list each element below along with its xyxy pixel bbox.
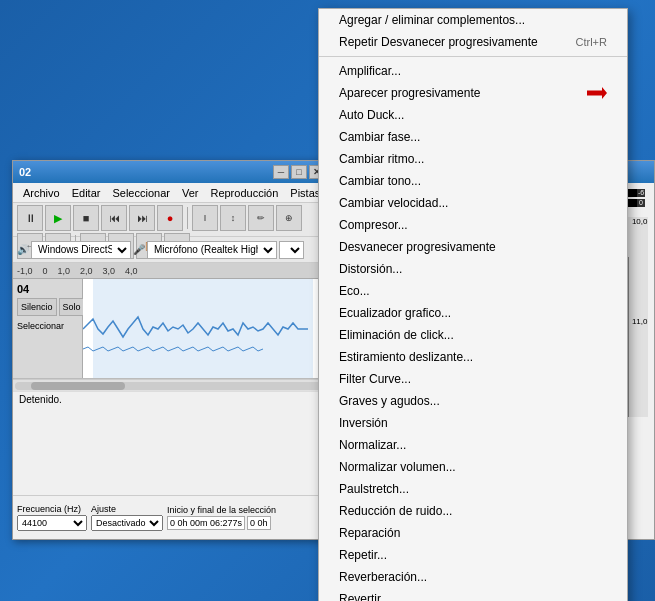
ctx-reverberacion[interactable]: Reverberación... — [319, 566, 627, 588]
time-start: 0 0h 00m 06:277s — [167, 516, 245, 530]
ctx-cambiar-tono[interactable]: Cambiar tono... — [319, 170, 627, 192]
horizontal-scrollbar[interactable] — [13, 379, 331, 391]
track-area: 04 Silencio Solo Seleccionar — [13, 279, 331, 379]
ctx-ecualizador[interactable]: Ecualizador grafico... — [319, 302, 627, 324]
time-end: 0 0h — [247, 516, 271, 530]
ctx-normalizar[interactable]: Normalizar... — [319, 434, 627, 456]
bottom-status: Detenido. — [13, 391, 331, 407]
transport-toolbar: ⏸ ▶ ■ ⏮ ⏭ ● I ↕ ✏ ⊕ ↔ ✶ ✂ ⿻ 📋 ⊡ — [13, 203, 331, 237]
menu-ver[interactable]: Ver — [176, 185, 205, 201]
channels-select[interactable]: 2 — [279, 241, 304, 259]
stop-button[interactable]: ■ — [73, 205, 99, 231]
status-text: Detenido. — [19, 394, 62, 405]
ctx-eliminacion-click[interactable]: Eliminación de click... — [319, 324, 627, 346]
ctx-compresor[interactable]: Compresor... — [319, 214, 627, 236]
output-device-select[interactable]: Windows DirectSou — [31, 241, 131, 259]
zoom-tool[interactable]: ⊕ — [276, 205, 302, 231]
ctx-cambiar-velocidad[interactable]: Cambiar velocidad... — [319, 192, 627, 214]
mic-icon: 🎤 — [133, 244, 145, 255]
ctx-revertir[interactable]: Revertir — [319, 588, 627, 601]
menu-archivo[interactable]: Archivo — [17, 185, 66, 201]
maximize-button[interactable]: □ — [291, 165, 307, 179]
audacity-window: 02 ─ □ ✕ Archivo Editar Seleccionar Ver … — [12, 160, 332, 540]
menu-seleccionar[interactable]: Seleccionar — [106, 185, 175, 201]
output-icon: 🔊 — [17, 244, 29, 255]
ctx-reparacion[interactable]: Reparación — [319, 522, 627, 544]
solo-button[interactable]: Solo — [59, 298, 85, 316]
skip-forward-button[interactable]: ⏭ — [129, 205, 155, 231]
ctx-repetir[interactable]: Repetir... — [319, 544, 627, 566]
minimize-button[interactable]: ─ — [273, 165, 289, 179]
waveform-svg — [83, 279, 331, 378]
selection-label: Inicio y final de la selección — [167, 505, 327, 515]
track-content — [83, 279, 331, 378]
track-label: 04 Silencio Solo Seleccionar — [13, 279, 83, 378]
ctx-repetir-desvanecer[interactable]: Repetir Desvanecer progresivamente Ctrl+… — [319, 31, 627, 53]
ctx-eco[interactable]: Eco... — [319, 280, 627, 302]
track-name: 04 — [17, 283, 78, 295]
ctx-amplificar[interactable]: Amplificar... — [319, 60, 627, 82]
ctx-agregar-complementos[interactable]: Agregar / eliminar complementos... — [319, 9, 627, 31]
separator-1 — [319, 56, 627, 57]
toolbar-divider-1 — [187, 207, 188, 229]
skip-back-button[interactable]: ⏮ — [101, 205, 127, 231]
window-title: 02 — [19, 166, 273, 178]
ctx-reduccion-ruido[interactable]: Reducción de ruido... — [319, 500, 627, 522]
shortcut-ctrl-r: Ctrl+R — [576, 36, 607, 48]
ctx-inversion[interactable]: Inversión — [319, 412, 627, 434]
select-tool[interactable]: I — [192, 205, 218, 231]
ctx-cambiar-ritmo[interactable]: Cambiar ritmo... — [319, 148, 627, 170]
status-bar: Frecuencia (Hz) 44100 Ajuste Desactivado… — [13, 495, 331, 539]
mute-button[interactable]: Silencio — [17, 298, 57, 316]
time-ruler: -1,0 0 1,0 2,0 3,0 4,0 — [13, 263, 331, 279]
ctx-distorsion[interactable]: Distorsión... — [319, 258, 627, 280]
ctx-auto-duck[interactable]: Auto Duck... — [319, 104, 627, 126]
input-device-select[interactable]: Micrófono (Realtek High Definition Audio… — [147, 241, 277, 259]
red-arrow-icon — [587, 87, 607, 99]
device-toolbar: 🔊 Windows DirectSou 🎤 Micrófono (Realtek… — [13, 237, 331, 263]
ctx-filter-curve[interactable]: Filter Curve... — [319, 368, 627, 390]
adjust-select[interactable]: Desactivado — [91, 515, 163, 531]
play-button[interactable]: ▶ — [45, 205, 71, 231]
ruler-label: -1,0 0 1,0 2,0 3,0 4,0 — [17, 266, 138, 276]
window-titlebar: 02 ─ □ ✕ — [13, 161, 331, 183]
adjust-label: Ajuste — [91, 504, 163, 514]
pause-button[interactable]: ⏸ — [17, 205, 43, 231]
ctx-paulstretch[interactable]: Paulstretch... — [319, 478, 627, 500]
menu-bar: Archivo Editar Seleccionar Ver Reproducc… — [13, 183, 331, 203]
ctx-desvanecer[interactable]: Desvanecer progresivamente — [319, 236, 627, 258]
frequency-select[interactable]: 44100 — [17, 515, 87, 531]
ctx-aparecer[interactable]: Aparecer progresivamente — [319, 82, 627, 104]
ctx-graves-agudos[interactable]: Graves y agudos... — [319, 390, 627, 412]
ctx-cambiar-fase[interactable]: Cambiar fase... — [319, 126, 627, 148]
menu-editar[interactable]: Editar — [66, 185, 107, 201]
ctx-estiramiento[interactable]: Estiramiento deslizante... — [319, 346, 627, 368]
freq-label: Frecuencia (Hz) — [17, 504, 87, 514]
menu-reproduccion[interactable]: Reproducción — [204, 185, 284, 201]
draw-tool[interactable]: ✏ — [248, 205, 274, 231]
select-label: Seleccionar — [17, 321, 64, 331]
context-menu: Agregar / eliminar complementos... Repet… — [318, 8, 628, 601]
record-button[interactable]: ● — [157, 205, 183, 231]
ctx-normalizar-volumen[interactable]: Normalizar volumen... — [319, 456, 627, 478]
envelope-tool[interactable]: ↕ — [220, 205, 246, 231]
